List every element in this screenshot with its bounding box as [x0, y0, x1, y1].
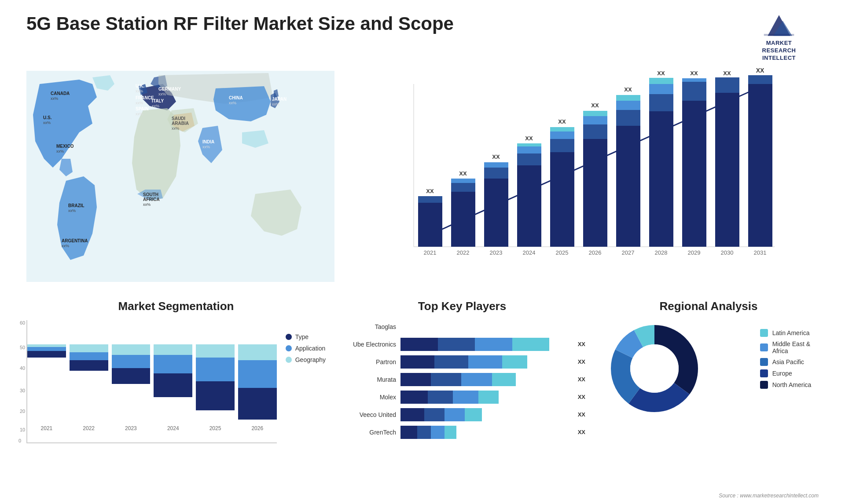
svg-text:XX: XX	[624, 86, 632, 93]
svg-rect-78	[649, 111, 673, 247]
bar-seg1	[400, 373, 431, 386]
bar-seg2	[428, 391, 453, 404]
legend-text-na: North America	[772, 381, 812, 388]
svg-text:GERMANY: GERMANY	[158, 87, 181, 91]
svg-rect-50	[484, 168, 508, 179]
svg-rect-84	[682, 101, 706, 247]
key-players-section: Top Key Players Taoglas Ube Electronics	[334, 299, 590, 443]
svg-rect-60	[550, 152, 574, 247]
bar-seg2	[424, 408, 445, 421]
svg-text:AFRICA: AFRICA	[143, 197, 160, 202]
player-bar-murata	[400, 373, 570, 386]
svg-rect-86	[682, 78, 706, 82]
svg-rect-40	[418, 203, 442, 247]
bar-seg2	[434, 355, 468, 369]
key-players-title: Top Key Players	[339, 299, 585, 313]
player-bar-partron	[400, 355, 570, 369]
legend-color-apac	[760, 358, 768, 366]
svg-text:xx%: xx%	[152, 104, 159, 108]
player-name-taoglas: Taoglas	[339, 323, 396, 330]
svg-text:xx%: xx%	[172, 126, 179, 131]
svg-rect-66	[583, 139, 607, 247]
svg-text:xx%: xx%	[136, 112, 143, 116]
legend-dot-application	[286, 345, 292, 351]
player-row-partron: Partron XX	[339, 355, 585, 369]
legend-label-geography: Geography	[295, 356, 326, 363]
bar-seg2	[438, 338, 475, 351]
svg-rect-56	[517, 146, 541, 153]
svg-text:2026: 2026	[589, 249, 602, 256]
player-name-partron: Partron	[339, 358, 396, 365]
svg-text:xx%: xx%	[229, 101, 236, 105]
svg-text:ARGENTINA: ARGENTINA	[62, 238, 88, 243]
svg-text:ITALY: ITALY	[152, 99, 164, 103]
svg-text:xx%: xx%	[158, 92, 166, 96]
player-name-murata: Murata	[339, 376, 396, 383]
seg-bar-area: 2021 2022	[26, 320, 277, 443]
bar-seg3	[431, 426, 445, 439]
svg-rect-57	[517, 143, 541, 146]
legend-color-latin	[760, 329, 768, 337]
regional-legend: Latin America Middle East &Africa Asia P…	[760, 329, 812, 389]
player-bar-veeco	[400, 408, 570, 421]
player-name-veeco: Veeco United	[339, 411, 396, 418]
player-row-ube: Ube Electronics XX	[339, 338, 585, 351]
legend-geography: Geography	[286, 356, 326, 363]
svg-rect-54	[517, 165, 541, 247]
bar-seg1	[400, 355, 434, 369]
seg-chart-container: 60 50 40 30 20 10 0	[26, 320, 326, 443]
logo-text: MARKET RESEARCH INTELLECT	[762, 40, 796, 62]
player-bar-molex	[400, 391, 570, 404]
svg-text:ARABIA: ARABIA	[172, 121, 189, 126]
seg-year-label: 2021	[41, 425, 53, 431]
svg-text:xx%: xx%	[272, 102, 279, 106]
world-map-section: CANADA xx% U.S. xx% MEXICO xx% BRAZIL xx…	[26, 71, 334, 291]
page: 5G Base Station RF Filter Market Size an…	[0, 0, 845, 504]
legend-text-europe: Europe	[772, 370, 792, 377]
player-bar-inner	[400, 408, 570, 421]
svg-text:CHINA: CHINA	[229, 95, 243, 100]
player-row-taoglas: Taoglas	[339, 320, 585, 333]
svg-text:xx%: xx%	[136, 101, 143, 105]
svg-text:XX: XX	[723, 70, 731, 77]
seg-year-label: 2024	[167, 425, 179, 431]
seg-year-label: 2026	[251, 425, 263, 431]
player-row-molex: Molex XX	[339, 391, 585, 404]
bar-seg2	[431, 373, 461, 386]
legend-text-mea: Middle East &Africa	[772, 340, 810, 354]
svg-rect-61	[550, 139, 574, 152]
svg-text:xx%: xx%	[56, 149, 64, 153]
legend-text-apac: Asia Pacific	[772, 358, 804, 365]
svg-rect-75	[616, 95, 640, 101]
seg-year-2025: 2025	[196, 344, 235, 431]
bar-seg3	[445, 408, 465, 421]
svg-text:2027: 2027	[622, 249, 635, 256]
svg-rect-63	[550, 127, 574, 131]
svg-text:XX: XX	[657, 70, 665, 77]
legend-color-na	[760, 381, 768, 389]
svg-text:FRANCE: FRANCE	[136, 95, 154, 100]
bar-seg1	[400, 426, 417, 439]
svg-rect-93	[748, 84, 772, 247]
svg-text:xx%: xx%	[136, 89, 143, 93]
player-row-murata: Murata XX	[339, 373, 585, 386]
svg-text:XX: XX	[591, 102, 599, 109]
svg-text:XX: XX	[558, 118, 566, 125]
svg-point-102	[630, 344, 679, 393]
svg-rect-85	[682, 82, 706, 101]
svg-rect-67	[583, 124, 607, 139]
svg-rect-73	[616, 110, 640, 126]
svg-rect-49	[484, 179, 508, 247]
bar-seg4	[492, 373, 516, 386]
logo: MARKET RESEARCH INTELLECT	[739, 13, 819, 62]
player-bar-taoglas	[400, 320, 585, 333]
legend-latin-america: Latin America	[760, 329, 812, 337]
seg-year-2023: 2023	[112, 344, 151, 431]
player-name-molex: Molex	[339, 394, 396, 401]
player-bar-inner	[400, 391, 570, 404]
legend-color-europe	[760, 369, 768, 377]
svg-rect-44	[451, 192, 475, 247]
svg-text:2030: 2030	[721, 249, 734, 256]
seg-year-label: 2022	[83, 425, 95, 431]
svg-text:SPAIN: SPAIN	[136, 106, 149, 111]
